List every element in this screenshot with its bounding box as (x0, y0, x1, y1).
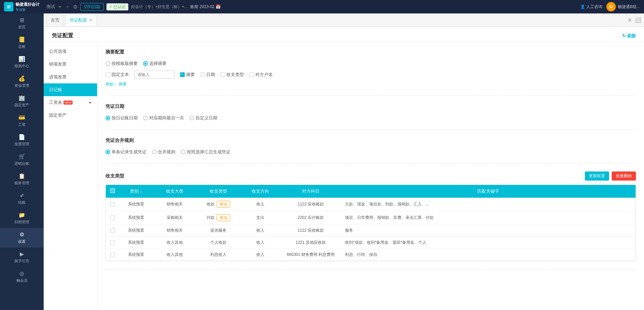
sidebar-item-settings[interactable]: ⚙ 设置 (0, 228, 44, 247)
checkbox-type[interactable]: 收支类型 (220, 72, 244, 78)
minimize-icon[interactable]: ✕ (628, 17, 632, 23)
switch-version-btn[interactable]: 切到旧版 (80, 3, 104, 11)
app-container: 好 畅捷通好会计 专业版 测试 ▼ ＋ ⚙ 切到旧版 ✓ 已认证 好会计（专）+… (0, 0, 644, 310)
income-expense-title: 收支类型 (105, 173, 124, 179)
sidebar-item-funds[interactable]: 💰 资金管理 (0, 72, 44, 91)
period-tag: 账期 2023-02 📅 (190, 4, 221, 10)
td-direction-3: 收入 (240, 225, 281, 236)
merge-title: 凭证合并规则 (105, 138, 636, 144)
summary-radio-group: 按模板版摘要 选择摘要 (105, 61, 636, 67)
checkbox-abstract[interactable]: 摘要 (180, 72, 195, 78)
th-keywords: 匹配关键字 (341, 185, 636, 198)
checkbox-party[interactable]: 对方户名 (249, 72, 273, 78)
radio-template[interactable]: 按模板版摘要 (105, 61, 138, 67)
radio-merge[interactable]: 合并规则 (152, 149, 175, 155)
table-row: 系统预置 收入其他 利息收入 收入 660301 财务费用 利息费用 利息、行转… (106, 249, 636, 261)
radio-circle-custom (189, 116, 194, 120)
sidebar-item-invoices[interactable]: 📄 发票管理 (0, 130, 44, 150)
td-checkbox-2[interactable] (106, 211, 119, 224)
td-sub-5: 利息收入 (197, 249, 240, 261)
sidebar-item-tax[interactable]: 📋 税务管理 (0, 169, 44, 189)
page-content: 凭证配置 ↻ 刷新 公共选项 销项发票 (44, 27, 644, 310)
select-all-checkbox[interactable] (110, 188, 115, 193)
td-checkbox-5[interactable] (106, 249, 119, 261)
sidebar-item-member[interactable]: ◎ 畅会员 (0, 267, 44, 286)
expand-arrow-icon[interactable]: ▼ (88, 101, 92, 105)
td-account-5: 660301 财务费用 利息费用 (281, 249, 341, 261)
income-expense-table: 类别 ↓ 收支大类 收支类型 收支方向 对方科目 匹配关键字 (105, 185, 636, 261)
sidebar-item-home[interactable]: ⊞ 首页 (0, 13, 44, 33)
sidebar-item-guide[interactable]: ▶ 新手引导 (0, 247, 44, 267)
refresh-btn[interactable]: ↻ 刷新 (622, 33, 636, 39)
table-row: 系统预置 销售相关 提供服务 收入 1122 应收账款 服务 (106, 225, 636, 237)
td-major-4: 收入其他 (153, 237, 197, 248)
invoices-icon: 📄 (18, 134, 25, 140)
update-btn[interactable]: 更新权置 (585, 171, 609, 181)
left-nav-sales[interactable]: 销项发票 (44, 58, 97, 71)
tab-voucher-config[interactable]: 凭证配置 ✕ (65, 15, 97, 26)
th-counter-account: 对方科目 (281, 185, 341, 198)
left-nav-payroll-sheet[interactable]: 工资表 NEW ▼ (44, 96, 97, 109)
sidebar-item-assets[interactable]: 🏢 固定资产 (0, 91, 44, 111)
reset-btn-2[interactable]: 重顶 (217, 214, 230, 221)
settings-icon-top[interactable]: ⚙ (73, 4, 78, 10)
sidebar-item-close[interactable]: ✔ 结账 (0, 189, 44, 208)
batch-del-btn[interactable]: 批量删除 (612, 171, 636, 181)
left-nav: 公共选项 销项发票 进项发票 日记账 工资表 NEW (44, 42, 97, 310)
left-nav-fixed-assets[interactable]: 固定资产 (44, 109, 97, 122)
funds-icon: 💰 (18, 75, 25, 82)
calendar-icon[interactable]: 📅 (216, 4, 221, 9)
user-area[interactable]: 畅 畅捷通B组... (606, 2, 640, 11)
summary-checkbox-row: 固定文本 摘要 日期 (105, 71, 636, 79)
left-nav-public[interactable]: 公共选项 (44, 45, 97, 58)
left-nav-journal[interactable]: 日记账 (44, 83, 97, 96)
summary-title: 摘要配置 (105, 49, 636, 55)
radio-circle-select-total (181, 150, 185, 154)
checkbox-box-party (249, 72, 254, 77)
radio-select-total[interactable]: 按照选择汇总生成凭证 (181, 149, 230, 155)
radio-period-last[interactable]: 对应期间最后一天 (143, 115, 184, 121)
content-area: 首页 凭证配置 ✕ ✕ ⬜ 凭证配置 ↻ (44, 13, 644, 310)
radio-journal-date[interactable]: 按日记账日期 (105, 115, 138, 121)
checkbox-date[interactable]: 日期 (200, 72, 215, 78)
reset-btn-1[interactable]: 重顶 (217, 201, 230, 208)
checkbox-box-date (200, 72, 205, 77)
sidebar-item-reports[interactable]: 📊 报表中心 (0, 52, 44, 72)
reports-icon: 📊 (18, 56, 25, 62)
checkbox-fixed-text[interactable]: 固定文本 (105, 72, 129, 78)
radio-circle-period-last (143, 116, 148, 120)
example-text: 例如： 摘要 (105, 81, 636, 87)
radio-custom[interactable]: 自定义日期 (189, 115, 217, 121)
td-major-5: 收入其他 (153, 249, 197, 261)
logo-area: 好 畅捷通好会计 专业版 (4, 2, 40, 12)
td-account-2: 2202 应付账款 (281, 211, 341, 224)
fixed-text-input[interactable] (134, 71, 175, 79)
table-row: 系统预置 收入其他 个人收款 收入 1221 其他应收款 收到*借款、收到*备用… (106, 237, 636, 249)
td-keywords-4: 收到*借款、收到*备用金、退回*备用金、个人 (341, 237, 636, 248)
date-title: 凭证日期 (105, 104, 636, 110)
consult-link[interactable]: 👤 人工咨询 (580, 4, 602, 10)
th-major-type: 收支大类 (153, 185, 197, 198)
dropdown-arrow-company[interactable]: ▼ (58, 4, 62, 9)
th-checkbox[interactable] (106, 185, 119, 198)
table-row: 系统预置 采购相关 付款 重顶 支出 2202 应付账款 项目、日常费用、报销款… (106, 211, 636, 225)
radio-single[interactable]: 单条记录生成凭证 (105, 149, 146, 155)
sidebar-item-archive[interactable]: 📁 归档管理 (0, 208, 44, 228)
td-checkbox-3[interactable] (106, 225, 119, 236)
top-bar-left: 好 畅捷通好会计 专业版 测试 ▼ ＋ ⚙ 切到旧版 ✓ 已认证 好会计（专）+… (4, 2, 580, 12)
right-content: 摘要配置 按模板版摘要 选择摘要 (97, 42, 644, 310)
tab-close-icon[interactable]: ✕ (89, 18, 92, 23)
company-name: 测试 (46, 4, 55, 10)
sidebar-item-purchase[interactable]: 🛒 进销台账 (0, 150, 44, 169)
sidebar-item-ledger[interactable]: 📒 总账 (0, 33, 44, 52)
sidebar-item-payroll[interactable]: 💳 工资 (0, 111, 44, 130)
radio-circle-merge (152, 150, 157, 154)
td-checkbox-4[interactable] (106, 237, 119, 248)
td-keywords-1: 欠款、现金、项目款、到款、报销款、汇入、... (341, 198, 636, 211)
tab-home[interactable]: 首页 (46, 15, 64, 26)
td-checkbox-1[interactable] (106, 198, 119, 211)
radio-select[interactable]: 选择摘要 (143, 61, 167, 67)
maximize-icon[interactable]: ⬜ (635, 17, 641, 23)
left-nav-purchase-inv[interactable]: 进项发票 (44, 71, 97, 83)
add-icon[interactable]: ＋ (65, 3, 70, 10)
